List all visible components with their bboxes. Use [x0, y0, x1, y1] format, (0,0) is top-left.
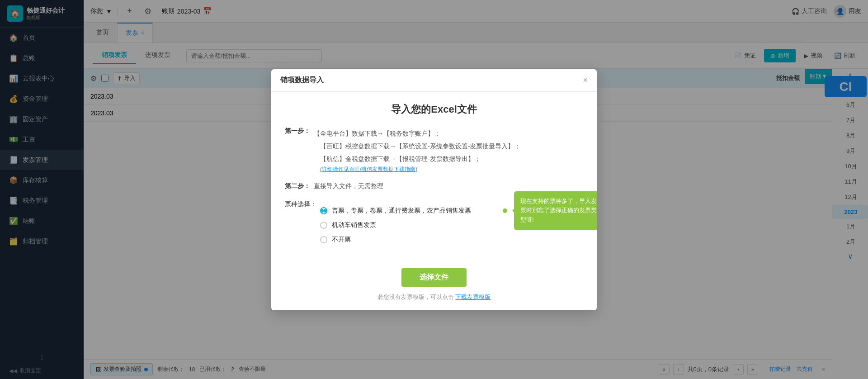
tooltip-content: 现在支持的票种多了，导入发票时别忘了选择正确的发票类型呀!	[520, 197, 597, 223]
step1-line3: 【航信】金税盘数据下载→【报税管理-发票数据导出】；	[314, 152, 520, 165]
step2-block: 第二步： 直接导入文件，无需整理	[285, 182, 583, 190]
step1-row: 第一步： 【全电平台】数据下载→【税务数字账户】； 【百旺】税控盘数据下载→【系…	[285, 127, 583, 173]
window-close-btn[interactable]: ×	[826, 0, 847, 23]
radio-option-1[interactable]: 普票，专票，卷票，通行费发票，农产品销售发票 × 现在支持的票种多了，导入发票时…	[320, 207, 507, 215]
step1-line2: 【百旺】税控盘数据下载→【系统设置-系统参数设置-发票批量导入】；	[314, 140, 520, 152]
radio-group: 普票，专票，卷票，通行费发票，农产品销售发票 × 现在支持的票种多了，导入发票时…	[320, 207, 507, 250]
step2-row: 第二步： 直接导入文件，无需整理	[285, 182, 583, 190]
modal-overlay[interactable]: 销项数据导入 × 导入您的Excel文件 第一步： 【全电平台】数据下载→【税务…	[0, 0, 868, 379]
modal-body: 导入您的Excel文件 第一步： 【全电平台】数据下载→【税务数字账户】； 【百…	[271, 92, 597, 261]
download-template-link[interactable]: 下载发票模版	[455, 294, 491, 300]
tooltip-arrow	[509, 208, 515, 213]
modal-footer: 选择文件 若您没有发票模版，可以点击 下载发票模版	[271, 261, 597, 310]
modal-title: 销项数据导入	[280, 76, 324, 85]
radio-option-2[interactable]: 机动车销售发票	[320, 221, 507, 229]
import-modal: 销项数据导入 × 导入您的Excel文件 第一步： 【全电平台】数据下载→【税务…	[271, 69, 597, 310]
radio-label-1: 普票，专票，卷票，通行费发票，农产品销售发票	[332, 207, 471, 215]
step2-content: 直接导入文件，无需整理	[314, 182, 383, 190]
step1-detail-link[interactable]: (详细操作见百旺/航信发票数据下载指南)	[320, 166, 417, 172]
step1-link-row: (详细操作见百旺/航信发票数据下载指南)	[314, 165, 520, 173]
radio-circle-1	[320, 207, 327, 214]
ticket-label: 票种选择：	[285, 199, 316, 208]
modal-header: 销项数据导入 ×	[271, 69, 597, 92]
radio-circle-3	[320, 236, 327, 243]
download-hint-row: 若您没有发票模版，可以点击 下载发票模版	[377, 293, 491, 301]
modal-close-btn[interactable]: ×	[583, 76, 588, 85]
radio-option-3[interactable]: 不开票	[320, 236, 507, 244]
tooltip-dot	[503, 208, 507, 213]
modal-heading: 导入您的Excel文件	[285, 103, 583, 116]
step1-block: 第一步： 【全电平台】数据下载→【税务数字账户】； 【百旺】税控盘数据下载→【系…	[285, 127, 583, 173]
window-controls: × □	[826, 0, 868, 23]
step1-line1: 【全电平台】数据下载→【税务数字账户】；	[314, 127, 520, 140]
tooltip-anchor: × 现在支持的票种多了，导入发票时别忘了选择正确的发票类型呀!	[476, 208, 507, 213]
select-file-btn[interactable]: 选择文件	[401, 268, 467, 287]
step2-label: 第二步：	[285, 182, 310, 190]
radio-label-2: 机动车销售发票	[332, 221, 376, 229]
radio-circle-2	[320, 222, 327, 229]
radio-label-3: 不开票	[332, 236, 351, 244]
tooltip-box: × 现在支持的票种多了，导入发票时别忘了选择正确的发票类型呀!	[514, 191, 597, 230]
download-hint-text: 若您没有发票模版，可以点击	[377, 294, 454, 300]
window-maximize-btn[interactable]: □	[847, 0, 868, 23]
ticket-select-row: 票种选择： 普票，专票，卷票，通行费发票，农产品销售发票 × 现在支持的票种多了…	[285, 199, 583, 250]
step1-content: 【全电平台】数据下载→【税务数字账户】； 【百旺】税控盘数据下载→【系统设置-系…	[314, 127, 520, 173]
step1-label: 第一步：	[285, 127, 310, 173]
